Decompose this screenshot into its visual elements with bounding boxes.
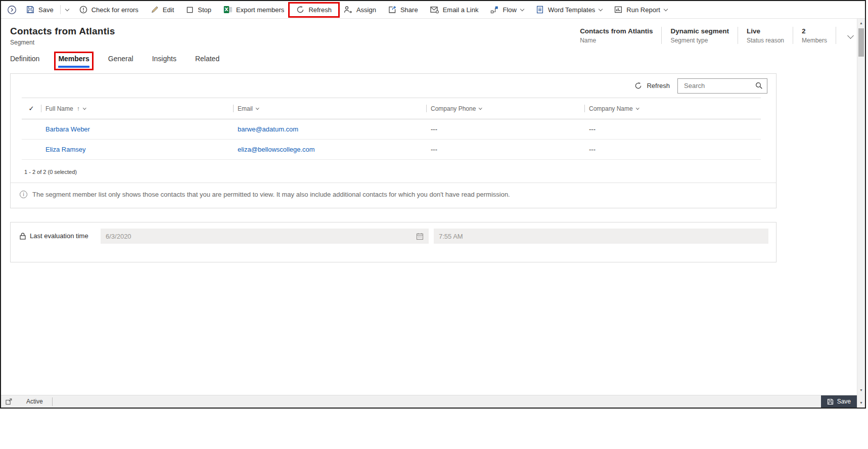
evaluation-date-field[interactable]: 6/3/2020 (101, 229, 429, 244)
table-row[interactable]: Eliza Ramsey eliza@bellowscollege.com --… (22, 140, 761, 160)
lock-icon (20, 233, 26, 240)
column-header-email[interactable]: Email (233, 98, 426, 119)
tab-label: General (108, 55, 133, 63)
assign-label: Assign (356, 6, 376, 14)
assign-button[interactable]: Assign (338, 1, 382, 18)
expand-commandbar-button[interactable] (3, 1, 20, 18)
email-link[interactable]: eliza@bellowscollege.com (238, 146, 315, 153)
scroll-up-arrow-icon[interactable]: ▲ (857, 21, 865, 25)
commandbar-divider (60, 5, 61, 14)
tab-members[interactable]: Members (58, 55, 89, 68)
contact-link[interactable]: Eliza Ramsey (45, 146, 85, 153)
share-button[interactable]: Share (382, 1, 424, 18)
chevron-down-icon (83, 106, 86, 109)
run-report-label: Run Report (626, 6, 660, 14)
refresh-icon (634, 82, 642, 89)
row-checkbox[interactable] (22, 140, 41, 159)
search-icon[interactable] (755, 82, 763, 89)
page-title: Contacts from Atlantis (10, 26, 115, 37)
summary-value: Dynamic segment (670, 27, 729, 35)
refresh-label: Refresh (308, 6, 332, 14)
email-a-link-button[interactable]: Email a Link (424, 1, 485, 18)
column-header-company-name[interactable]: Company Name (584, 98, 761, 119)
footer-divider (52, 397, 53, 406)
check-for-errors-button[interactable]: Check for errors (73, 1, 145, 18)
chevron-down-icon (636, 106, 639, 109)
tab-definition[interactable]: Definition (10, 55, 39, 68)
tab-insights[interactable]: Insights (152, 55, 176, 68)
summary-value: 2 (802, 27, 827, 35)
save-button[interactable]: Save (20, 1, 60, 18)
collapse-header-button[interactable] (845, 28, 856, 43)
tab-label: Insights (152, 55, 176, 63)
flow-icon (490, 6, 498, 14)
check-for-errors-label: Check for errors (92, 6, 139, 14)
evaluation-time-field[interactable]: 7:55 AM (434, 229, 768, 244)
refresh-icon (296, 6, 304, 14)
scroll-down-arrow-icon[interactable]: ▼ (857, 388, 865, 392)
tab-label: Related (195, 55, 219, 63)
save-dropdown-button[interactable] (61, 1, 73, 18)
refresh-button-highlighted[interactable]: Refresh (290, 1, 338, 18)
column-label: Company Phone (431, 105, 476, 112)
run-report-button[interactable]: Run Report (608, 1, 673, 18)
summary-field-name: Contacts from Atlantis Name (571, 27, 662, 44)
share-label: Share (400, 6, 418, 14)
summary-label: Members (802, 37, 827, 44)
record-count: 1 - 2 of 2 (0 selected) (11, 160, 776, 183)
record-header: Contacts from Atlantis Segment Contacts … (1, 19, 865, 46)
email-link-icon (430, 6, 439, 14)
calendar-icon[interactable] (416, 233, 424, 240)
members-grid-panel: Refresh ✓ Full Name ↑ Email (10, 73, 776, 208)
column-label: Email (238, 105, 253, 112)
vertical-scrollbar[interactable]: ▲ ▼ ▼ (857, 19, 865, 408)
tab-general[interactable]: General (108, 55, 133, 68)
entity-type-label: Segment (10, 39, 115, 46)
footer-save-button[interactable]: Save (821, 395, 857, 408)
flow-button[interactable]: Flow (484, 1, 529, 18)
word-templates-label: Word Templates (548, 6, 595, 14)
word-templates-button[interactable]: Word Templates (530, 1, 608, 18)
column-header-full-name[interactable]: Full Name ↑ (41, 98, 233, 119)
permission-notice-text: The segment member list only shows those… (32, 191, 510, 198)
header-summary-fields: Contacts from Atlantis Name Dynamic segm… (571, 27, 860, 44)
record-title-block: Contacts from Atlantis Segment (10, 26, 115, 46)
table-row[interactable]: Barbara Weber barwe@adatum.com --- --- (22, 119, 761, 140)
chevron-down-icon (479, 106, 482, 109)
company-name-value: --- (589, 125, 596, 133)
scrollbar-thumb[interactable] (858, 28, 864, 57)
edit-button[interactable]: Edit (145, 1, 180, 18)
flow-label: Flow (502, 6, 516, 14)
chevron-down-icon (520, 7, 524, 11)
status-bar: Active Save (1, 395, 857, 408)
grid-refresh-label: Refresh (647, 82, 670, 89)
column-header-company-phone[interactable]: Company Phone (426, 98, 584, 119)
excel-icon: X (223, 6, 232, 14)
row-checkbox[interactable] (22, 119, 41, 139)
status-badge: Active (26, 398, 43, 405)
footer-save-label: Save (837, 398, 851, 405)
scroll-corner-arrow-icon[interactable]: ▼ (857, 401, 865, 405)
word-icon (536, 6, 544, 14)
tab-label: Members (58, 55, 89, 63)
popout-button[interactable] (5, 398, 13, 405)
grid-refresh-button[interactable]: Refresh (634, 82, 670, 89)
export-members-button[interactable]: X Export members (217, 1, 290, 18)
tab-related[interactable]: Related (195, 55, 219, 68)
chevron-down-icon (664, 7, 668, 11)
email-link[interactable]: barwe@adatum.com (238, 125, 298, 133)
grid-toolbar: Refresh (11, 74, 776, 98)
select-all-checkbox[interactable]: ✓ (22, 98, 41, 119)
last-evaluation-time-label: Last evaluation time (20, 232, 101, 240)
popout-icon (5, 398, 13, 405)
grid-search-box[interactable] (677, 78, 767, 94)
stop-button[interactable]: Stop (180, 1, 217, 18)
contact-link[interactable]: Barbara Weber (45, 125, 90, 133)
column-label: Company Name (589, 105, 633, 112)
search-input[interactable] (683, 81, 752, 90)
column-label: Full Name (45, 105, 73, 112)
summary-value: Contacts from Atlantis (580, 27, 653, 35)
command-bar: Save Check for errors Edit Stop X Export… (1, 1, 865, 19)
column-divider (426, 105, 427, 112)
tab-strip: Definition Members General Insights Rela… (10, 55, 865, 68)
